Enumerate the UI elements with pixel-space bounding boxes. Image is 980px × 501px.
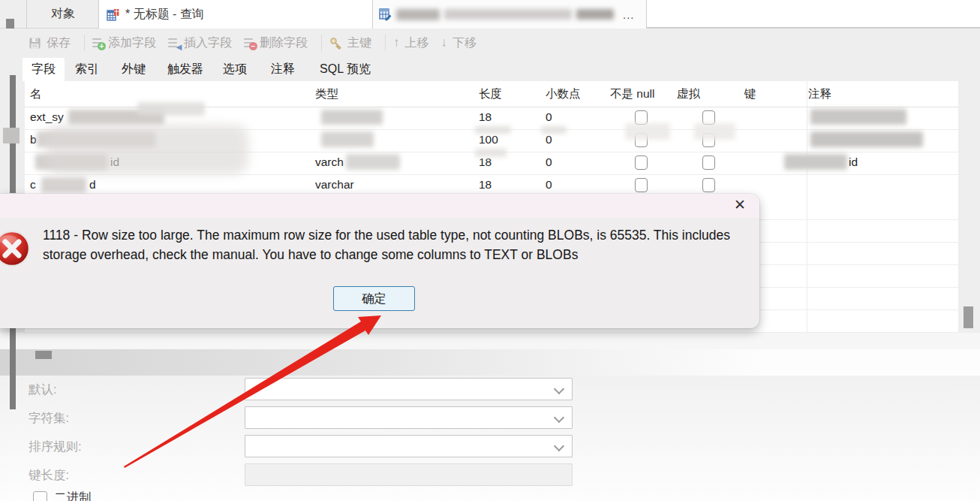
designer-view-tabs: 字段 索引 外键 触发器 选项 注释 SQL 预览	[0, 58, 980, 81]
field-type: varchar	[315, 178, 354, 192]
insert-field-label: 插入字段	[184, 35, 232, 51]
field-length: 18	[479, 178, 492, 192]
add-field-icon: +	[92, 38, 103, 48]
insert-field-icon: ◄	[168, 38, 179, 48]
tab-foreign-keys[interactable]: 外键	[110, 58, 158, 81]
save-button[interactable]: 保存	[29, 35, 71, 51]
ok-button[interactable]: 确定	[333, 286, 415, 311]
default-row: 默认:	[0, 378, 980, 400]
save-icon	[29, 37, 41, 50]
virtual-checkbox[interactable]	[702, 178, 715, 192]
field-length: 18	[479, 155, 492, 169]
tab-untitled-query-label: * 无标题 - 查询	[125, 7, 204, 23]
binary-label: 二进制	[54, 490, 92, 501]
app-window: 对象 * 无标题 - 查询	[0, 0, 980, 501]
col-length: 长度	[479, 86, 502, 102]
add-field-button[interactable]: + 添加字段	[92, 35, 156, 51]
col-virtual: 虚拟	[677, 86, 700, 102]
field-length: 100	[479, 133, 498, 146]
splitter-grip[interactable]	[35, 351, 52, 359]
document-tabbar: 对象 * 无标题 - 查询	[0, 0, 980, 29]
error-message: 1118 - Row size too large. The maximum r…	[43, 225, 741, 264]
save-label: 保存	[47, 35, 71, 51]
move-down-label: 下移	[452, 35, 476, 51]
col-comment: 注释	[808, 86, 831, 102]
tab-table-designer[interactable]: ...	[373, 0, 647, 29]
field-decimal: 0	[546, 133, 552, 146]
field-decimal: 0	[546, 110, 552, 124]
collation-label: 排序规则:	[29, 435, 82, 457]
move-up-button[interactable]: ↑ 上移	[393, 35, 429, 51]
tab-comment[interactable]: 注释	[257, 58, 309, 81]
delete-field-icon: −	[244, 38, 254, 48]
error-dialog-titlebar: ✕	[0, 194, 759, 218]
error-icon	[0, 230, 31, 267]
not-null-checkbox[interactable]	[635, 178, 648, 192]
field-name: c	[30, 178, 36, 192]
right-scrollbar-thumb[interactable]	[963, 306, 973, 328]
chevron-down-icon	[554, 412, 564, 423]
tab-objects[interactable]: 对象	[26, 0, 99, 28]
redacted-text	[321, 110, 383, 125]
move-up-label: 上移	[405, 35, 429, 51]
table-query-icon	[107, 8, 119, 21]
toolbar-separator	[385, 35, 386, 51]
col-type: 类型	[315, 86, 338, 102]
binary-checkbox[interactable]	[33, 491, 47, 501]
redacted-text	[541, 126, 567, 134]
close-icon[interactable]: ✕	[734, 198, 746, 213]
primary-key-button[interactable]: 主键	[329, 35, 371, 51]
not-null-checkbox[interactable]	[635, 155, 648, 170]
designer-toolbar: 保存 + 添加字段 ◄ 插入字段 − 删除字段 主键 ↑ 上移	[0, 28, 980, 58]
add-field-label: 添加字段	[108, 35, 156, 51]
primary-key-label: 主键	[347, 35, 371, 51]
redacted-text	[810, 109, 906, 125]
tab-sql-preview[interactable]: SQL 预览	[309, 58, 381, 81]
left-scrollbar-track[interactable]	[10, 328, 16, 409]
redacted-text	[444, 9, 572, 20]
redacted-smudge	[46, 125, 248, 174]
arrow-up-icon: ↑	[393, 37, 400, 49]
redacted-text	[475, 149, 507, 157]
tab-triggers[interactable]: 触发器	[158, 58, 213, 81]
charset-row: 字符集:	[0, 406, 980, 429]
col-name: 名	[30, 86, 42, 102]
redacted-text	[41, 177, 86, 192]
field-decimal: 0	[546, 178, 552, 192]
charset-label: 字符集:	[29, 406, 69, 429]
insert-field-button[interactable]: ◄ 插入字段	[168, 35, 232, 51]
field-length: 18	[479, 110, 492, 124]
ok-button-label: 确定	[362, 291, 386, 307]
field-name-fragment: d	[89, 178, 96, 192]
delete-field-button[interactable]: − 删除字段	[244, 35, 308, 51]
tab-fields[interactable]: 字段	[23, 58, 65, 81]
chevron-down-icon	[554, 384, 564, 394]
arrow-down-icon: ↓	[441, 37, 448, 49]
redacted-text	[694, 123, 735, 140]
top-right-panel	[647, 0, 980, 28]
tab-untitled-query[interactable]: * 无标题 - 查询	[98, 0, 373, 29]
tab-options[interactable]: 选项	[213, 58, 257, 81]
default-combobox[interactable]	[245, 378, 573, 400]
redacted-text	[475, 126, 511, 134]
tab-indexes[interactable]: 索引	[65, 58, 110, 81]
toolbar-separator	[84, 35, 85, 51]
redacted-text	[396, 9, 440, 20]
redacted-text	[625, 123, 670, 140]
redacted-text	[810, 131, 923, 147]
error-dialog: ✕ 1118 - Row size too large. The maximum…	[0, 194, 759, 328]
collation-combobox[interactable]	[245, 435, 573, 457]
chevron-down-icon	[554, 441, 564, 451]
move-down-button[interactable]: ↓ 下移	[441, 35, 477, 51]
key-icon	[329, 37, 342, 50]
virtual-checkbox[interactable]	[702, 155, 715, 170]
field-comment-fragment: id	[849, 155, 858, 169]
redacted-text	[321, 131, 374, 147]
charset-combobox[interactable]	[245, 406, 573, 429]
field-decimal: 0	[546, 155, 552, 169]
col-decimal: 小数点	[546, 86, 581, 102]
table-edit-icon	[379, 8, 392, 21]
field-name: b	[30, 133, 37, 146]
left-scrollbar-thumb[interactable]	[3, 128, 20, 143]
key-length-input[interactable]	[245, 463, 573, 486]
